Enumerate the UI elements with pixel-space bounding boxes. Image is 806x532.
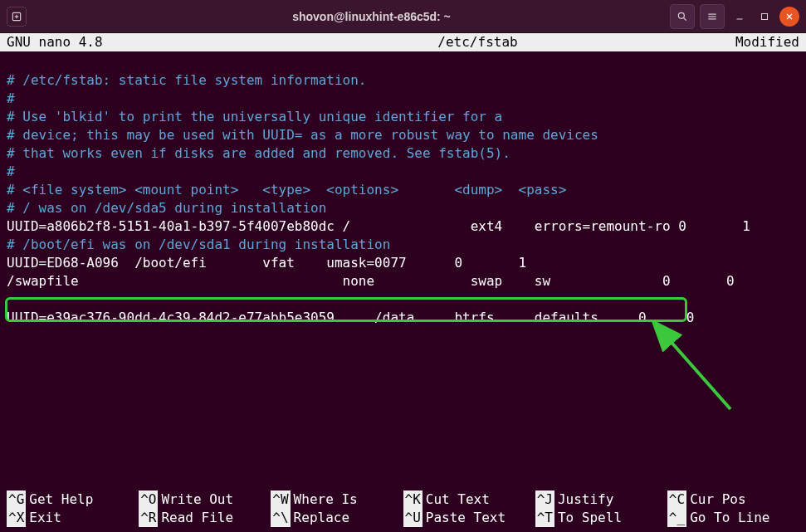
editor-line: # that works even if disks are added and… xyxy=(7,145,510,161)
shortcut-justify[interactable]: ^JJustify xyxy=(535,491,667,509)
nano-status: Modified xyxy=(706,33,806,51)
shortcut-exit[interactable]: ^XExit xyxy=(7,509,139,527)
close-button[interactable] xyxy=(779,7,799,27)
editor-line: # Use 'blkid' to print the universally u… xyxy=(7,109,502,124)
editor-line: # xyxy=(7,90,15,106)
editor-line: # <file system> <mount point> <type> <op… xyxy=(7,182,566,198)
footer-row-2: ^XExit ^RRead File ^\Replace ^UPaste Tex… xyxy=(7,509,799,527)
footer-row-1: ^GGet Help ^OWrite Out ^WWhere Is ^KCut … xyxy=(7,491,799,509)
window-title: shovon@linuxhint-e86c5d: ~ xyxy=(73,10,670,23)
editor-line: # device; this may be used with UUID= as… xyxy=(7,127,598,143)
close-icon xyxy=(784,12,794,22)
search-button[interactable] xyxy=(670,4,695,29)
shortcut-spell[interactable]: ^TTo Spell xyxy=(535,509,667,527)
svg-point-3 xyxy=(678,12,684,18)
nano-version: GNU nano 4.8 xyxy=(0,33,249,51)
hamburger-icon xyxy=(706,11,718,22)
shortcut-writeout[interactable]: ^OWrite Out xyxy=(139,491,271,509)
shortcut-curpos[interactable]: ^CCur Pos xyxy=(667,491,799,509)
editor-line: # /etc/fstab: static file system informa… xyxy=(7,72,366,88)
arrow-annotation xyxy=(647,322,747,422)
search-icon xyxy=(677,11,688,22)
shortcut-help[interactable]: ^GGet Help xyxy=(7,491,139,509)
maximize-icon xyxy=(760,12,769,22)
svg-rect-9 xyxy=(762,13,768,19)
shortcut-whereis[interactable]: ^WWhere Is xyxy=(271,491,403,509)
maximize-button[interactable] xyxy=(755,7,774,27)
svg-line-4 xyxy=(684,17,686,20)
shortcut-replace[interactable]: ^\Replace xyxy=(271,509,403,527)
new-terminal-button[interactable] xyxy=(7,7,27,27)
editor-line: UUID=e39ac376-90dd-4c39-84d2-e77abb5e305… xyxy=(7,310,694,325)
svg-line-13 xyxy=(668,339,730,409)
nano-file-path: /etc/fstab xyxy=(249,33,706,51)
shortcut-paste[interactable]: ^UPaste Text xyxy=(403,509,535,527)
editor-line: # xyxy=(7,164,15,179)
menu-button[interactable] xyxy=(700,4,725,29)
editor-line: UUID=ED68-A096 /boot/efi vfat umask=0077… xyxy=(7,255,526,271)
shortcut-goto[interactable]: ^_Go To Line xyxy=(667,509,799,527)
editor-line: UUID=a806b2f8-5151-40a1-b397-5f4007eb80d… xyxy=(7,218,750,234)
shortcut-cut[interactable]: ^KCut Text xyxy=(403,491,535,509)
titlebar: shovon@linuxhint-e86c5d: ~ xyxy=(0,0,806,33)
nano-footer: ^GGet Help ^OWrite Out ^WWhere Is ^KCut … xyxy=(0,491,806,527)
editor-line: /swapfile none swap sw 0 0 xyxy=(7,273,735,289)
minimize-icon xyxy=(735,12,745,22)
shortcut-readfile[interactable]: ^RRead File xyxy=(139,509,271,527)
minimize-button[interactable] xyxy=(730,7,750,27)
nano-header: GNU nano 4.8 /etc/fstab Modified xyxy=(0,33,806,51)
editor-line: # / was on /dev/sda5 during installation xyxy=(7,200,326,216)
editor-line: # /boot/efi was on /dev/sda1 during inst… xyxy=(7,237,390,252)
editor-content[interactable]: # /etc/fstab: static file system informa… xyxy=(0,51,806,329)
new-tab-icon xyxy=(11,11,22,22)
